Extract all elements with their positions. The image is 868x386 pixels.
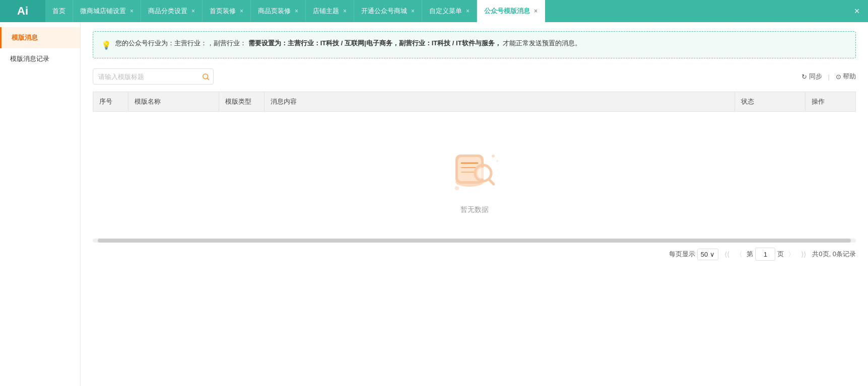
main-layout: 模版消息模版消息记录 💡 您的公众号行业为：主营行业：，副营行业： 需要设置为：… [0,22,868,386]
nav-tab-label: 开通公众号商城 [361,7,407,16]
nav-tab-template-msg[interactable]: 公众号模版消息× [477,0,545,22]
nav-tab-close-store-theme[interactable]: × [343,8,347,14]
nav-tab-open-mall[interactable]: 开通公众号商城× [354,0,422,22]
page-size-value: 50 [701,251,708,258]
nav-tab-product-decor[interactable]: 商品页装修× [251,0,306,22]
nav-tab-label: 自定义菜单 [429,7,462,16]
svg-point-13 [455,186,459,190]
nav-tabs: 首页微商城店铺设置×商品分类设置×首页装修×商品页装修×店铺主题×开通公众号商城… [45,0,846,22]
help-label: 帮助 [843,72,856,81]
nav-tab-home-decor[interactable]: 首页装修× [203,0,251,22]
nav-tab-label: 商品分类设置 [148,7,187,16]
empty-state: 暂无数据 [93,112,856,235]
table-col-action: 操作 [806,92,856,112]
pagination: 每页显示 50 ∨ ⟨⟨ 〈 第 页 〉 ⟩⟩ 共0页, 0条记录 [93,248,856,261]
nav-tab-close-store-settings[interactable]: × [130,8,133,14]
nav-tab-close-custom-menu[interactable]: × [466,8,470,14]
total-info: 共0页, 0条记录 [812,250,856,259]
svg-point-11 [492,155,495,158]
top-nav: Ai 首页微商城店铺设置×商品分类设置×首页装修×商品页装修×店铺主题×开通公众… [0,0,868,22]
nav-tab-label: 首页 [52,7,65,16]
nav-tab-label: 首页装修 [210,7,236,16]
divider: | [828,73,830,81]
table-col-name: 模版名称 [128,92,219,112]
nav-tab-label: 微商城店铺设置 [80,7,126,16]
table-body: 暂无数据 [93,112,856,235]
svg-line-10 [489,179,494,184]
table-empty-row: 暂无数据 [93,112,856,235]
search-wrap [93,68,214,85]
table-col-status: 状态 [735,92,806,112]
sidebar-item-template-msg[interactable]: 模版消息 [0,27,80,48]
svg-point-12 [496,160,498,162]
notice-highlight: 需要设置为：主营行业：IT科技 / 互联网|电子商务，副营行业：IT科技 / I… [248,39,501,47]
table-col-content: 消息内容 [264,92,735,112]
search-actions: ↻ 同步 | ⊙ 帮助 [802,72,856,81]
nav-tab-label: 商品页装修 [258,7,291,16]
nav-tab-custom-menu[interactable]: 自定义菜单× [422,0,477,22]
nav-tab-home[interactable]: 首页 [45,0,73,22]
notice-bar: 💡 您的公众号行业为：主营行业：，副营行业： 需要设置为：主营行业：IT科技 /… [93,31,856,58]
search-row: ↻ 同步 | ⊙ 帮助 [93,68,856,85]
nav-tab-close-home-decor[interactable]: × [240,8,243,14]
table-col-index: 序号 [93,92,128,112]
svg-line-1 [207,78,209,80]
nav-tab-store-theme[interactable]: 店铺主题× [306,0,354,22]
data-table: 序号模版名称模版类型消息内容状态操作 [93,92,856,235]
table-header-row: 序号模版名称模版类型消息内容状态操作 [93,92,856,112]
nav-tab-close-open-mall[interactable]: × [411,8,415,14]
horizontal-scrollbar[interactable] [93,239,856,243]
page-unit-label: 页 [777,250,784,259]
table-col-type: 模版类型 [219,92,264,112]
nav-tab-close-category-settings[interactable]: × [191,8,195,14]
prev-page-button[interactable]: 〈 [733,250,745,259]
page-size-dropdown[interactable]: 50 ∨ [697,249,718,260]
notice-icon: 💡 [101,38,111,52]
empty-text: 暂无数据 [460,205,489,214]
page-size-label: 每页显示 [669,250,695,259]
nav-tab-label: 公众号模版消息 [484,7,530,16]
sidebar-item-template-msg-record[interactable]: 模版消息记录 [0,48,80,69]
svg-point-9 [478,168,489,179]
search-button[interactable] [202,73,210,81]
sync-button[interactable]: ↻ 同步 [802,72,822,81]
window-close-button[interactable]: × [846,0,868,22]
nav-tab-close-product-decor[interactable]: × [295,8,298,14]
sync-icon: ↻ [802,73,807,81]
scrollbar-thumb[interactable] [98,239,851,243]
table-head: 序号模版名称模版类型消息内容状态操作 [93,92,856,112]
nav-tab-close-template-msg[interactable]: × [534,8,538,14]
nav-tab-store-settings[interactable]: 微商城店铺设置× [73,0,141,22]
help-button[interactable]: ⊙ 帮助 [836,72,856,81]
first-page-button[interactable]: ⟨⟨ [722,250,731,259]
search-input[interactable] [93,68,214,85]
empty-illustration [447,142,502,197]
page-di-label: 第 [747,250,753,259]
chevron-down-icon: ∨ [710,251,715,258]
logo-text: Ai [17,5,28,18]
nav-tab-label: 店铺主题 [313,7,339,16]
content-area: 💡 您的公众号行业为：主营行业：，副营行业： 需要设置为：主营行业：IT科技 /… [81,22,868,386]
page-navigation: ⟨⟨ 〈 第 页 〉 ⟩⟩ [722,248,808,261]
next-page-button[interactable]: 〉 [786,250,797,259]
notice-text: 您的公众号行业为：主营行业：，副营行业： 需要设置为：主营行业：IT科技 / 互… [115,38,581,49]
last-page-button[interactable]: ⟩⟩ [799,250,808,259]
page-size-select: 每页显示 50 ∨ [669,249,718,260]
page-number-input[interactable] [755,248,775,261]
nav-tab-category-settings[interactable]: 商品分类设置× [141,0,203,22]
sync-label: 同步 [809,72,822,81]
sidebar: 模版消息模版消息记录 [0,22,81,386]
help-icon: ⊙ [836,73,841,81]
logo: Ai [0,0,45,22]
